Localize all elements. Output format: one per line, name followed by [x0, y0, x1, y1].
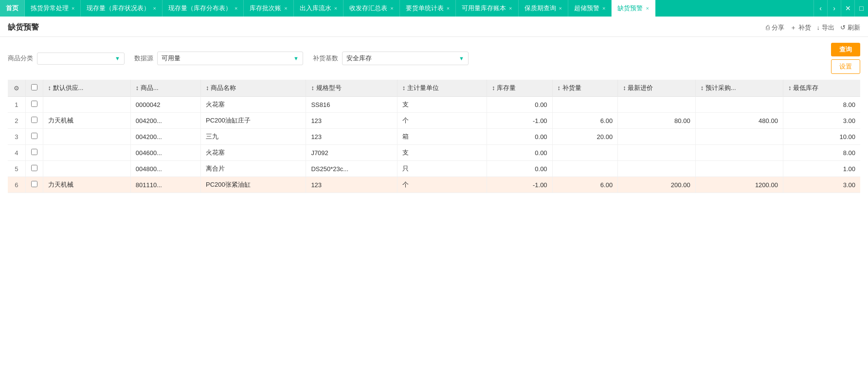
close-inout-flow-icon[interactable]: ×: [334, 5, 337, 11]
category-chevron-icon: ▼: [115, 55, 120, 61]
replenish-base-filter-group: 补货基数 安全库存 ▼: [313, 52, 469, 65]
row-stock-qty: 0.00: [487, 161, 553, 177]
row-latest-price: [618, 97, 695, 113]
nav-scroll-next-button[interactable]: ›: [827, 0, 841, 17]
row-spec: DS250*23c...: [306, 161, 397, 177]
share-icon: ⎙: [766, 24, 770, 31]
replenish-base-filter-label: 补货基数: [313, 54, 338, 63]
th-unit[interactable]: ↕ 主计量单位: [397, 80, 487, 97]
th-est-purchase-label: ↕ 预计采购...: [701, 84, 736, 91]
nav-inventory-status[interactable]: 现存量（库存状况表） ×: [81, 0, 162, 17]
row-checkbox-cell[interactable]: [25, 113, 43, 129]
nav-inout-flow[interactable]: 出入库流水 ×: [294, 0, 344, 17]
window-maximize-button[interactable]: □: [854, 0, 868, 17]
th-latest-price-label: ↕ 最新进价: [623, 84, 653, 91]
row-checkbox-cell[interactable]: [25, 177, 43, 193]
nav-overstock-label: 超储预警: [574, 4, 599, 13]
nav-inout-flow-label: 出入库流水: [300, 4, 331, 13]
page-title: 缺货预警: [8, 22, 39, 33]
row-checkbox-cell[interactable]: [25, 161, 43, 177]
close-inventory-status-icon[interactable]: ×: [153, 5, 156, 11]
datasource-filter-label: 数据源: [134, 54, 153, 63]
nav-inventory-dist[interactable]: 现存量（库存分布表） ×: [163, 0, 244, 17]
th-gear[interactable]: ⚙: [8, 80, 25, 97]
window-close-button[interactable]: ✕: [841, 0, 854, 17]
select-all-checkbox[interactable]: [31, 84, 37, 90]
close-inventory-dist-icon[interactable]: ×: [235, 5, 237, 11]
close-shortage-icon[interactable]: ×: [646, 5, 649, 11]
close-abnormal-icon[interactable]: ×: [72, 5, 74, 11]
query-button[interactable]: 查询: [831, 43, 860, 56]
row-default-supplier: [43, 145, 130, 161]
nav-receive-summary[interactable]: 收发存汇总表 ×: [344, 0, 399, 17]
close-batch-account-icon[interactable]: ×: [284, 5, 287, 11]
th-product-code[interactable]: ↕ 商品...: [130, 80, 200, 97]
row-min-stock: 8.00: [783, 97, 860, 113]
export-button[interactable]: ↓ 导出: [817, 23, 835, 32]
th-stock-qty[interactable]: ↕ 库存量: [487, 80, 553, 97]
row-replenish-qty: 20.00: [552, 129, 618, 145]
row-stock-qty: -1.00: [487, 177, 553, 193]
close-available-ledger-icon[interactable]: ×: [509, 5, 512, 11]
close-overstock-icon[interactable]: ×: [602, 5, 605, 11]
th-est-purchase[interactable]: ↕ 预计采购...: [695, 80, 783, 97]
nav-shortage[interactable]: 缺货预警 ×: [612, 0, 655, 17]
close-expiry-query-icon[interactable]: ×: [559, 5, 562, 11]
export-icon: ↓: [817, 24, 820, 31]
th-replenish-qty-label: ↕ 补货量: [558, 84, 581, 91]
table-body: 1 0000042 火花塞 SS816 支 0.00 8.00 2 力天机械 0…: [8, 97, 860, 193]
row-product-name: 火花塞: [201, 97, 306, 113]
nav-requisition-stat[interactable]: 要货单统计表 ×: [400, 0, 456, 17]
nav-overstock[interactable]: 超储预警 ×: [568, 0, 612, 17]
nav-abnormal-label: 拣货异常处理: [31, 4, 69, 13]
row-checkbox[interactable]: [31, 101, 37, 107]
th-spec[interactable]: ↕ 规格型号: [306, 80, 397, 97]
th-latest-price[interactable]: ↕ 最新进价: [618, 80, 695, 97]
th-default-supplier[interactable]: ↕ 默认供应...: [43, 80, 130, 97]
category-select[interactable]: ▼: [37, 53, 125, 65]
refresh-button[interactable]: ↺ 刷新: [840, 23, 860, 32]
row-replenish-qty: [552, 145, 618, 161]
settings-button[interactable]: 设置: [831, 59, 860, 74]
th-product-name[interactable]: ↕ 商品名称: [201, 80, 306, 97]
close-receive-summary-icon[interactable]: ×: [390, 5, 393, 11]
row-est-purchase: 480.00: [695, 113, 783, 129]
table-row: 1 0000042 火花塞 SS816 支 0.00 8.00: [8, 97, 860, 113]
row-product-code: 004200...: [130, 113, 200, 129]
table-row: 3 004200... 三九 123 箱 0.00 20.00 10.00: [8, 129, 860, 145]
row-checkbox[interactable]: [31, 117, 37, 123]
replenish-base-select[interactable]: 安全库存 ▼: [342, 52, 469, 65]
datasource-chevron-icon: ▼: [293, 55, 299, 61]
th-replenish-qty[interactable]: ↕ 补货量: [552, 80, 618, 97]
th-stock-qty-label: ↕ 库存量: [492, 84, 516, 91]
nav-scroll-prev-button[interactable]: ‹: [814, 0, 827, 17]
row-num-cell: 1: [8, 97, 25, 113]
shortage-table: ⚙ ↕ 默认供应... ↕ 商品... ↕ 商品名称 ↕: [8, 80, 860, 193]
nav-home[interactable]: 首页: [0, 0, 25, 17]
replenish-button[interactable]: ＋ 补货: [790, 23, 811, 32]
row-checkbox[interactable]: [31, 133, 37, 139]
row-spec: 123: [306, 177, 397, 193]
datasource-select[interactable]: 可用量 ▼: [157, 52, 303, 65]
row-checkbox-cell[interactable]: [25, 97, 43, 113]
row-unit: 箱: [397, 129, 487, 145]
nav-batch-account[interactable]: 库存批次账 ×: [244, 0, 293, 17]
category-filter-group: 商品分类 ▼: [8, 53, 125, 65]
main-content: 缺货预警 ⎙ 分享 ＋ 补货 ↓ 导出 ↺ 刷新 商品分类: [0, 17, 868, 387]
share-button[interactable]: ⎙ 分享: [766, 23, 784, 32]
row-num-cell: 4: [8, 145, 25, 161]
row-checkbox[interactable]: [31, 181, 37, 187]
row-checkbox-cell[interactable]: [25, 129, 43, 145]
close-requisition-stat-icon[interactable]: ×: [447, 5, 450, 11]
row-min-stock: 8.00: [783, 145, 860, 161]
column-settings-icon[interactable]: ⚙: [14, 85, 19, 92]
nav-abnormal[interactable]: 拣货异常处理 ×: [25, 0, 81, 17]
data-table-container: ⚙ ↕ 默认供应... ↕ 商品... ↕ 商品名称 ↕: [0, 80, 868, 193]
row-product-code: 801110...: [130, 177, 200, 193]
nav-expiry-query[interactable]: 保质期查询 ×: [519, 0, 568, 17]
row-checkbox-cell[interactable]: [25, 145, 43, 161]
row-checkbox[interactable]: [31, 165, 37, 171]
th-min-stock[interactable]: ↕ 最低库存: [783, 80, 860, 97]
row-checkbox[interactable]: [31, 149, 37, 155]
nav-available-ledger[interactable]: 可用量库存账本 ×: [456, 0, 518, 17]
